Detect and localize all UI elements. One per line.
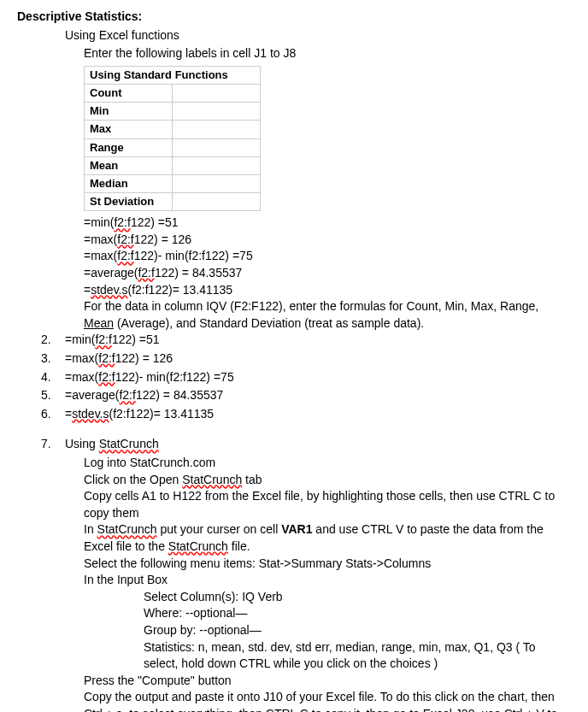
list-item-7f-ii: Where: --optional— [111,605,571,622]
labels-table: Using Standard Functions Count Min Max R… [84,66,261,212]
table-row: Median [85,174,173,192]
item-text: Select the following menu items: Stat->S… [84,556,571,573]
list-item-1a: Enter the following labels in cell J1 to… [65,45,571,62]
item-marker [65,488,84,521]
item-marker [65,572,84,589]
formula-line: =max(f2:f122)- min(f2:f122) =75 [84,248,571,265]
list-item-7h: Copy the output and paste it onto J10 of… [65,689,571,712]
item-marker: 5. [41,387,65,404]
formula-line: =min(f2:f122) =51 [65,332,571,349]
list-item-7: 7. Using StatCrunch [41,436,571,453]
item-text: Using Excel functions [65,27,571,44]
formula-line: =stdev.s(f2:f122)= 13.41135 [84,282,571,299]
table-row: Mean [85,156,173,174]
table-row: Min [85,103,173,121]
page-title: Descriptive Statistics: [17,9,571,26]
item-marker [65,298,84,332]
item-marker: 6. [41,406,65,423]
item-text: Log into StatCrunch.com [84,455,571,472]
list-item-7g: Press the "Compute" button [65,673,571,690]
list-item-7f-iv: Statistics: n, mean, std. dev, std err, … [111,639,571,673]
item-marker [65,472,84,489]
item-marker: 4. [41,369,65,386]
formula-line: =max(f2:f122)- min(f2:f122) =75 [65,369,571,386]
item-text: Click on the Open StatCrunch tab [84,472,571,489]
formula-line: =stdev.s(f2:f122)= 13.41135 [65,406,571,423]
list-item-7d: In StatCrunch put your curser on cell VA… [65,521,571,555]
list-item-7b: Click on the Open StatCrunch tab [65,472,571,489]
list-item-6: 6. =stdev.s(f2:f122)= 13.41135 [41,406,571,423]
item-marker [65,556,84,573]
formula-line: =max(f2:f122) = 126 [84,232,571,249]
list-item-2: 2. =min(f2:f122) =51 [41,332,571,349]
formula-line: =min(f2:f122) =51 [84,215,571,232]
table-row: Range [85,138,173,156]
item-text: For the data in column IQV (F2:F122), en… [84,298,571,332]
list-item-4: 4. =max(f2:f122)- min(f2:f122) =75 [41,369,571,386]
formula-line: =average(f2:f122) = 84.35537 [65,387,571,404]
formula-line: =max(f2:f122) = 126 [65,350,571,368]
list-item-7f-i: Select Column(s): IQ Verb [111,589,571,606]
item-marker [41,27,65,44]
formula-line: =average(f2:f122) = 84.35537 [84,265,571,282]
table-row: Max [85,121,173,138]
table-row: St Deviation [85,193,173,211]
table-header: Using Standard Functions [85,66,261,84]
list-item-7a: Log into StatCrunch.com [65,455,571,472]
item-text: In StatCrunch put your curser on cell VA… [84,521,571,555]
item-marker [65,689,84,712]
list-item-7e: Select the following menu items: Stat->S… [65,556,571,573]
item-marker [65,673,84,690]
item-marker [65,455,84,472]
list-item-5: 5. =average(f2:f122) = 84.35537 [41,387,571,404]
item-marker: 2. [41,332,65,349]
item-text: Using StatCrunch [65,436,571,453]
list-item-7f-iii: Group by: --optional— [111,622,571,639]
list-item-1b: For the data in column IQV (F2:F122), en… [65,298,571,332]
list-item-7c: Copy cells A1 to H122 from the Excel fil… [65,488,571,521]
item-text: Copy the output and paste it onto J10 of… [84,689,571,712]
list-item-3: 3. =max(f2:f122) = 126 [41,350,571,368]
item-marker: 7. [41,436,65,453]
list-item-1: Using Excel functions [41,27,571,44]
item-text: Enter the following labels in cell J1 to… [84,45,571,62]
table-row: Count [85,84,173,102]
item-text: Copy cells A1 to H122 from the Excel fil… [84,488,571,521]
item-text: In the Input Box [84,572,571,589]
list-item-7f: In the Input Box [65,572,571,589]
item-marker [65,45,84,62]
item-text: Press the "Compute" button [84,673,571,690]
item-marker [65,521,84,555]
item-marker: 3. [41,350,65,368]
